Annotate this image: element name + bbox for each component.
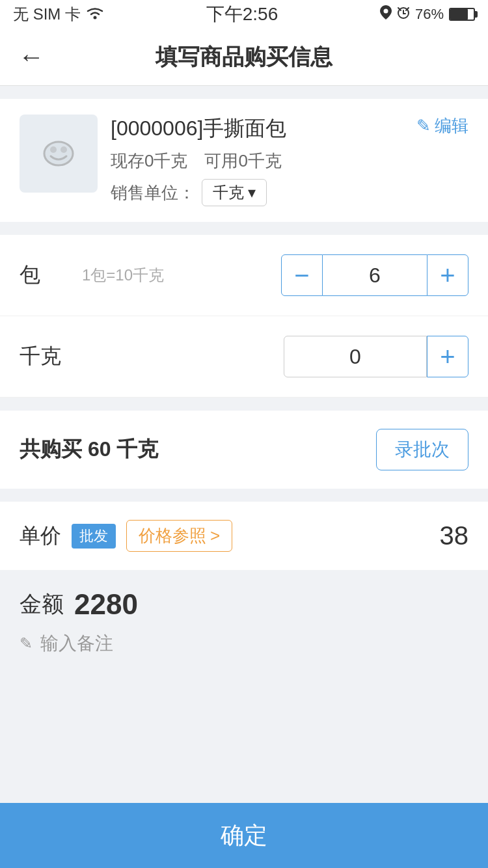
price-label: 单价 <box>20 522 61 550</box>
alarm-icon <box>397 5 410 23</box>
product-name: [0000006]手撕面包 <box>111 115 468 143</box>
edit-icon: ✎ <box>416 116 431 136</box>
edit-button[interactable]: ✎ 编辑 <box>416 115 468 137</box>
kg-plus-button[interactable]: + <box>427 336 468 377</box>
total-row: 共购买 60 千克 录批次 <box>0 411 488 489</box>
bao-quantity-control: − + <box>281 254 468 296</box>
status-left: 无 SIM 卡 <box>13 4 104 25</box>
unit-select[interactable]: 千克 ▾ <box>202 179 267 206</box>
page-title: 填写商品购买信息 <box>156 42 332 72</box>
price-ref-label: 价格参照 <box>139 524 206 547</box>
status-bar: 无 SIM 卡 下午2:56 76% <box>0 0 488 29</box>
svg-point-1 <box>383 9 388 14</box>
product-info: [0000006]手撕面包 现存0千克 可用0千克 销售单位： 千克 ▾ <box>111 115 468 206</box>
price-tag: 批发 <box>72 524 116 549</box>
battery-percent: 76% <box>415 6 444 23</box>
bao-section: 包 1包=10千克 − + 千克 + <box>0 235 488 398</box>
svg-point-5 <box>61 146 67 153</box>
battery-icon <box>449 8 475 21</box>
nav-bar: ← 填写商品购买信息 <box>0 29 488 86</box>
kg-quantity-input[interactable] <box>284 336 427 377</box>
carrier-text: 无 SIM 卡 <box>13 4 81 25</box>
product-unit: 销售单位： 千克 ▾ <box>111 179 468 206</box>
product-image <box>20 115 98 193</box>
batch-button[interactable]: 录批次 <box>376 429 468 470</box>
bao-plus-button[interactable]: + <box>427 254 468 296</box>
location-icon <box>380 5 392 23</box>
bao-row: 包 1包=10千克 − + <box>0 235 488 316</box>
edit-label: 编辑 <box>435 115 468 137</box>
amount-value: 2280 <box>74 588 138 621</box>
kg-row: 千克 + <box>0 316 488 398</box>
confirm-button[interactable]: 确定 <box>221 820 267 852</box>
amount-row: 金额 2280 <box>20 588 468 621</box>
chevron-right-icon: > <box>210 526 220 546</box>
kg-quantity-control: + <box>284 336 468 377</box>
bao-label: 包 <box>20 261 72 290</box>
bao-minus-button[interactable]: − <box>281 254 323 296</box>
product-card: [0000006]手撕面包 现存0千克 可用0千克 销售单位： 千克 ▾ ✎ 编… <box>0 99 488 222</box>
amount-label: 金额 <box>20 590 64 619</box>
back-button[interactable]: ← <box>18 42 44 72</box>
remark-placeholder: 输入备注 <box>40 631 113 656</box>
price-value: 38 <box>440 521 469 550</box>
total-text: 共购买 60 千克 <box>20 435 158 464</box>
price-section: 单价 批发 价格参照 > 38 <box>0 502 488 570</box>
wifi-icon <box>86 5 104 23</box>
svg-point-0 <box>94 16 97 20</box>
status-right: 76% <box>380 5 475 23</box>
price-row: 单价 批发 价格参照 > 38 <box>20 520 468 552</box>
product-stock: 现存0千克 可用0千克 <box>111 150 468 172</box>
remark-row[interactable]: ✎ 输入备注 <box>20 631 468 656</box>
chevron-down-icon: ▾ <box>248 183 256 202</box>
amount-section: 金额 2280 ✎ 输入备注 <box>0 570 488 674</box>
bottom-bar[interactable]: 确定 <box>0 803 488 868</box>
bao-quantity-input[interactable] <box>323 254 427 296</box>
svg-point-3 <box>44 142 73 165</box>
status-time: 下午2:56 <box>206 2 278 27</box>
kg-label: 千克 <box>20 342 72 371</box>
svg-point-4 <box>50 146 57 153</box>
bao-hint: 1包=10千克 <box>82 265 281 286</box>
price-ref-button[interactable]: 价格参照 > <box>126 520 232 552</box>
remark-icon: ✎ <box>20 634 33 653</box>
